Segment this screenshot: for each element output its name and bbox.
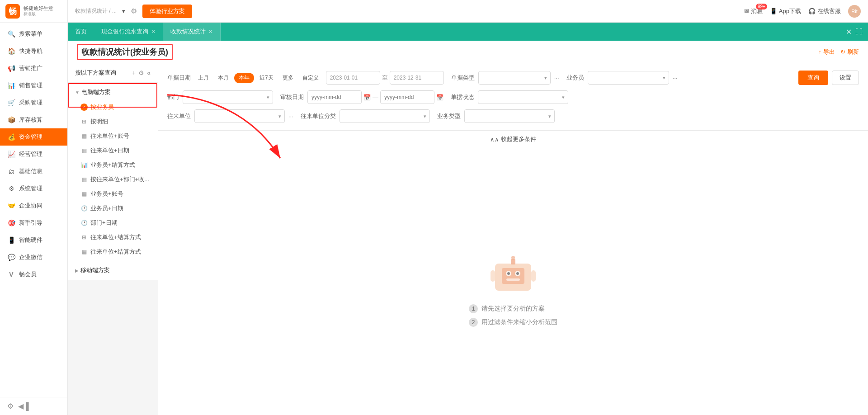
service-label: 在线客服 [817,7,841,15]
header-settings-icon[interactable]: ⚙ [131,7,137,15]
partner-payment1-icon: ⊞ [80,234,88,241]
form-settings-button[interactable]: 设置 [832,71,859,85]
header-dropdown[interactable]: ▾ [122,8,125,14]
doc-status-select[interactable] [478,90,568,104]
scheme-label-partner-date: 往来单位+日期 [90,146,129,155]
sidebar-label-hardware: 智能硬件 [19,236,42,244]
tab-home[interactable]: 首页 [68,28,94,36]
settings-footer-icon[interactable]: ⚙ [7,402,14,410]
sidebar-item-purchase[interactable]: 🛒 采购管理 [0,94,67,111]
date-tab-last7[interactable]: 近7天 [256,73,277,83]
sidebar-item-sales[interactable]: 📊 销售管理 [0,77,67,94]
tab-collection-stat[interactable]: 收款情况统计 ✕ [163,23,221,41]
header-left: 收款情况统计 / ... ▾ ⚙ 体验行业方案 [75,5,192,18]
scheme-item-partner-account[interactable]: ▦ 往来单位+账号 [68,129,158,143]
dept-select[interactable] [183,90,273,104]
staff-select[interactable] [588,71,669,85]
scheme-item-staff-date[interactable]: 🕐 业务员+日期 [68,201,158,216]
tabs-right: ✕ ⛶ [846,28,868,36]
date-from-input[interactable] [326,71,380,85]
scheme-item-partner-date[interactable]: ▦ 往来单位+日期 [68,143,158,158]
message-button[interactable]: ✉ 消息 99+ [744,7,763,15]
sidebar-item-system[interactable]: ⚙ 系统管理 [0,180,67,197]
review-date-to[interactable] [380,90,434,104]
app-download-button[interactable]: 📱 App下载 [770,7,801,15]
desktop-scheme-group: ▼ 电脑端方案 ✓ 按业务员 ⊞ 按明细 ▦ 往 [68,83,158,261]
doc-type-more-btn[interactable]: ··· [554,75,559,81]
scheme-item-staff-payment[interactable]: 📊 业务员+结算方式 [68,158,158,172]
partner-category-label: 往来单位分类 [301,112,336,120]
marketing-icon: 📢 [7,64,15,72]
tab-expand-icon[interactable]: ⛶ [855,28,863,36]
partner-category-field: 往来单位分类 [301,109,430,123]
sidebar-item-operations[interactable]: 📈 经营管理 [0,146,67,163]
partner-select[interactable] [194,109,285,123]
sidebar-item-quick-nav[interactable]: 🏠 快捷导航 [0,42,67,60]
collapse-sidebar-icon[interactable]: ◀▐ [18,402,28,410]
partner-more-btn[interactable]: ··· [288,113,293,120]
tab-close-all-icon[interactable]: ✕ [846,28,852,36]
date-tab-this-month[interactable]: 本月 [214,73,232,83]
doc-status-select-wrapper [478,90,568,104]
purchase-icon: 🛒 [7,99,15,107]
empty-state: 1 请先选择要分析的方案 2 用过滤条件来缩小分析范围 [469,232,557,331]
partner-category-select[interactable] [340,109,430,123]
sidebar-item-guide[interactable]: 🎯 新手引导 [0,214,67,231]
tab-collection-stat-close[interactable]: ✕ [208,28,213,35]
sidebar-label-guide: 新手引导 [19,219,42,227]
scheme-item-staff-account[interactable]: ▦ 业务员+账号 [68,187,158,201]
export-icon: ↑ [819,48,822,55]
sidebar-item-finance[interactable]: 💰 资金管理 [0,128,67,146]
sidebar-item-enterprise[interactable]: 🤝 企业协同 [0,197,67,214]
collapse-conditions-label: 收起更多条件 [501,135,536,143]
scheme-settings-button[interactable]: ⚙ [138,69,144,76]
date-tab-more[interactable]: 更多 [279,73,297,83]
sidebar-item-search-menu[interactable]: 🔍 搜索菜单 [0,25,67,42]
wechat-icon: 💬 [7,253,15,261]
user-avatar[interactable]: Rit [848,5,861,18]
scheme-item-partner-dept[interactable]: ▦ 按往来单位+部门+收... [68,172,158,187]
scheme-item-partner-payment2[interactable]: ▦ 往来单位+结算方式 [68,245,158,259]
sidebar-item-marketing[interactable]: 📢 营销推广 [0,60,67,77]
scheme-item-by-detail[interactable]: ⊞ 按明细 [68,114,158,129]
operations-icon: 📈 [7,150,15,158]
add-scheme-button[interactable]: + [132,69,136,76]
sidebar-nav: 🔍 搜索菜单 🏠 快捷导航 📢 营销推广 📊 销售管理 🛒 采购管理 📦 [0,23,67,397]
review-date-label: 审核日期 [280,93,304,101]
calendar-icon-to[interactable]: 📅 [436,94,443,101]
tab-bank-flow[interactable]: 现金银行流水查询 ✕ [94,23,163,41]
online-service-button[interactable]: 🎧 在线客服 [808,7,841,15]
left-panel: 按以下方案查询 + ⚙ « ▼ 电脑端方案 ✓ [68,63,158,280]
step-label-1: 请先选择要分析的方案 [481,305,545,313]
review-date-from[interactable] [307,90,362,104]
mobile-scheme-header[interactable]: ▶ 移动端方案 [68,263,158,278]
calendar-icon-from[interactable]: 📅 [363,94,371,101]
collapse-chevron-icon: ∧∧ [490,136,499,143]
step-num-2: 2 [469,318,478,327]
staff-more-btn[interactable]: ··· [673,75,678,81]
sidebar-item-inventory[interactable]: 📦 库存核算 [0,111,67,128]
scheme-item-partner-payment1[interactable]: ⊞ 往来单位+结算方式 [68,230,158,245]
doc-type-select[interactable] [478,71,551,85]
tab-bank-flow-close[interactable]: ✕ [151,28,156,35]
desktop-scheme-header[interactable]: ▼ 电脑端方案 [68,85,158,100]
refresh-button[interactable]: ↻ 刷新 [840,48,859,56]
trial-button[interactable]: 体验行业方案 [142,5,192,18]
date-tab-last-month[interactable]: 上月 [194,73,212,83]
scheme-label-partner-payment2: 往来单位+结算方式 [90,248,141,256]
scheme-item-dept-date[interactable]: 🕐 部门+日期 [68,216,158,230]
sidebar-item-basic[interactable]: 🗂 基础信息 [0,163,67,180]
biz-type-select[interactable] [464,109,555,123]
sidebar-item-wechat[interactable]: 💬 企业微信 [0,249,67,266]
scheme-item-by-staff[interactable]: ✓ 按业务员 [68,100,158,114]
sidebar-item-hardware[interactable]: 📱 智能硬件 [0,231,67,249]
date-to-input[interactable] [390,71,444,85]
date-tab-this-year[interactable]: 本年 [234,73,254,83]
date-tab-custom[interactable]: 自定义 [299,73,322,83]
sidebar-item-vip[interactable]: V 畅会员 [0,266,67,283]
export-button[interactable]: ↑ 导出 [819,48,835,56]
query-button[interactable]: 查询 [798,71,828,85]
collapse-conditions-button[interactable]: ∧∧ 收起更多条件 [490,135,536,143]
refresh-label: 刷新 [847,48,859,56]
collapse-panel-button[interactable]: « [147,69,151,76]
